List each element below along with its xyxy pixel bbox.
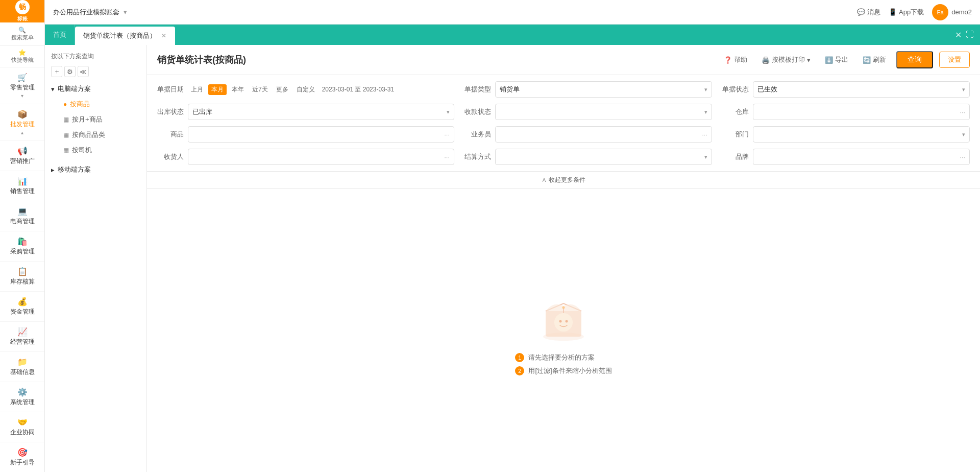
user-menu-btn[interactable]: Ea demo2 bbox=[932, 4, 972, 20]
doc-type-input[interactable]: 销货单 bbox=[495, 81, 712, 98]
sidebar-item-finance[interactable]: 💰 资金管理 bbox=[0, 292, 44, 322]
sidebar-search[interactable]: 🔍 搜索菜单 bbox=[0, 22, 44, 46]
dept-arrow bbox=[962, 131, 965, 138]
date-tab-7days[interactable]: 近7天 bbox=[249, 84, 271, 95]
date-tab-custom[interactable]: 自定义 bbox=[293, 84, 318, 95]
tip-2-text: 用[过滤]条件来缩小分析范围 bbox=[528, 366, 611, 375]
date-tab-this-month[interactable]: 本月 bbox=[208, 84, 227, 95]
sidebar-item-basic[interactable]: 📁 基础信息 bbox=[0, 352, 44, 382]
settings-label: 设置 bbox=[948, 55, 961, 64]
sales-label: 销售管理 bbox=[10, 187, 35, 196]
close-tab-icon[interactable]: ✕ bbox=[955, 30, 962, 40]
sidebar-item-marketing[interactable]: 📢 营销推广 bbox=[0, 141, 44, 171]
by-category-label: 按商品品类 bbox=[72, 130, 105, 139]
svg-point-3 bbox=[559, 320, 562, 323]
sidebar-item-newbie[interactable]: 🎯 新手引导 bbox=[0, 442, 44, 472]
sidebar-item-enterprise[interactable]: 🤝 企业协同 bbox=[0, 412, 44, 442]
help-btn[interactable]: ❓ 帮助 bbox=[720, 53, 751, 66]
filter-out-status-field: 出库状态 已出库 bbox=[157, 104, 454, 120]
svg-point-2 bbox=[554, 313, 573, 332]
settings-btn[interactable]: 设置 bbox=[939, 52, 970, 68]
out-status-label: 出库状态 bbox=[157, 107, 188, 116]
scheme-item-by-category[interactable]: ▦ 按商品品类 bbox=[51, 127, 146, 143]
query-btn[interactable]: 查询 bbox=[896, 51, 933, 68]
scheme-item-by-product[interactable]: ● 按商品 bbox=[51, 97, 146, 112]
sidebar-item-operations[interactable]: 📈 经营管理 bbox=[0, 322, 44, 352]
sidebar-item-wholesale[interactable]: 📦 批发管理 ▴ bbox=[0, 104, 44, 141]
brand-input[interactable]: ··· bbox=[753, 149, 970, 165]
sidebar-item-system[interactable]: ⚙️ 系统管理 bbox=[0, 382, 44, 412]
help-icon: ❓ bbox=[724, 56, 732, 64]
salesperson-dots: ··· bbox=[702, 131, 707, 138]
user-name: demo2 bbox=[951, 8, 972, 16]
product-label: 商品 bbox=[157, 130, 188, 139]
filter-consignee-field: 收货人 ··· bbox=[157, 149, 454, 165]
scheme-item-by-printer[interactable]: ▦ 按司机 bbox=[51, 143, 146, 158]
logo-text: 标账 bbox=[17, 15, 28, 22]
basic-label: 基础信息 bbox=[10, 368, 35, 376]
receipt-status-arrow bbox=[704, 109, 707, 115]
filter-row-1: 单据日期 上月 本月 本年 近7天 更多 自定义 20 bbox=[157, 81, 970, 98]
scheme-section-mobile-header[interactable]: ▸ 移动端方案 bbox=[45, 162, 146, 177]
tab-sales-stats[interactable]: 销货单统计表（按商品） ✕ bbox=[75, 27, 175, 45]
print-btn[interactable]: 🖨️ 按模板打印 ▾ bbox=[757, 53, 815, 66]
date-tab-this-year[interactable]: 本年 bbox=[229, 84, 247, 95]
system-icon: ⚙️ bbox=[17, 387, 28, 397]
tab-home[interactable]: 首页 bbox=[45, 25, 75, 45]
by-printer-label: 按司机 bbox=[72, 146, 92, 155]
message-btn[interactable]: 💬 消息 bbox=[857, 8, 880, 17]
help-label: 帮助 bbox=[734, 55, 747, 64]
date-tab-last-month[interactable]: 上月 bbox=[188, 84, 206, 95]
wholesale-arrow: ▴ bbox=[21, 130, 23, 135]
salesperson-input[interactable]: ··· bbox=[495, 126, 712, 143]
industry-dropdown-icon[interactable]: ▾ bbox=[124, 8, 127, 16]
logo-icon: 畅 bbox=[15, 0, 30, 14]
product-input[interactable]: ··· bbox=[188, 126, 454, 143]
filter-warehouse-field: 仓库 ··· bbox=[722, 104, 970, 120]
operations-icon: 📈 bbox=[17, 327, 28, 337]
out-status-value: 已出库 bbox=[192, 107, 445, 116]
message-icon: 💬 bbox=[857, 8, 865, 16]
search-label: 搜索菜单 bbox=[11, 34, 34, 40]
sidebar-item-ecommerce[interactable]: 💻 电商管理 bbox=[0, 201, 44, 231]
scheme-section-pc: ▾ 电脑端方案 ● 按商品 ▦ 按月+商品 ▦ bbox=[45, 79, 146, 160]
sidebar-item-retail[interactable]: 🛒 零售管理 ▾ bbox=[0, 67, 44, 104]
industry-name: 办公用品行业模拟账套 bbox=[53, 8, 119, 17]
sidebar-item-purchase[interactable]: 🛍️ 采购管理 bbox=[0, 231, 44, 262]
scheme-add-btn[interactable]: ＋ bbox=[51, 66, 62, 77]
refresh-btn[interactable]: 🔄 刷新 bbox=[859, 53, 890, 66]
tip-num-2: 2 bbox=[515, 366, 524, 375]
receipt-status-input[interactable] bbox=[495, 104, 712, 120]
filter-date-field: 单据日期 上月 本月 本年 近7天 更多 自定义 20 bbox=[157, 84, 454, 95]
newbie-icon: 🎯 bbox=[17, 447, 28, 457]
sidebar-item-quick-nav[interactable]: ⭐ 快捷导航 bbox=[0, 46, 44, 67]
consignee-input[interactable]: ··· bbox=[188, 149, 454, 165]
date-tab-more[interactable]: 更多 bbox=[273, 84, 291, 95]
app-logo[interactable]: 畅 标账 bbox=[0, 0, 44, 22]
warehouse-input[interactable]: ··· bbox=[753, 104, 970, 120]
scheme-item-by-month-product[interactable]: ▦ 按月+商品 bbox=[51, 112, 146, 127]
warehouse-dots: ··· bbox=[960, 108, 965, 116]
settlement-input[interactable] bbox=[495, 149, 712, 165]
scheme-header-label: 按以下方案查询 bbox=[51, 52, 94, 61]
wholesale-label: 批发管理 bbox=[10, 120, 35, 129]
sidebar-item-sales[interactable]: 📊 销售管理 bbox=[0, 171, 44, 201]
doc-status-input[interactable]: 已生效 bbox=[753, 81, 970, 98]
avatar: Ea bbox=[932, 4, 948, 20]
home-tab-label: 首页 bbox=[53, 30, 66, 39]
dept-input[interactable] bbox=[753, 126, 970, 143]
tab-close-icon[interactable]: ✕ bbox=[161, 32, 166, 39]
export-btn[interactable]: ⬇️ 导出 bbox=[821, 53, 852, 66]
maximize-icon[interactable]: ⛶ bbox=[966, 30, 974, 39]
settlement-label: 结算方式 bbox=[464, 152, 495, 161]
scheme-section-pc-header[interactable]: ▾ 电脑端方案 bbox=[45, 81, 146, 97]
app-download-btn[interactable]: 📱 App下载 bbox=[889, 8, 924, 17]
collapse-conditions-btn[interactable]: ∧ 收起更多条件 bbox=[147, 172, 980, 189]
svg-point-6 bbox=[562, 306, 565, 309]
tabbar-controls: ✕ ⛶ bbox=[955, 30, 980, 40]
out-status-input[interactable]: 已出库 bbox=[188, 104, 454, 120]
scheme-collapse-btn[interactable]: ≪ bbox=[78, 66, 89, 77]
scheme-settings-btn[interactable]: ⚙ bbox=[64, 66, 76, 77]
sidebar-item-inventory[interactable]: 📋 库存核算 bbox=[0, 262, 44, 292]
sales-icon: 📊 bbox=[17, 176, 28, 186]
